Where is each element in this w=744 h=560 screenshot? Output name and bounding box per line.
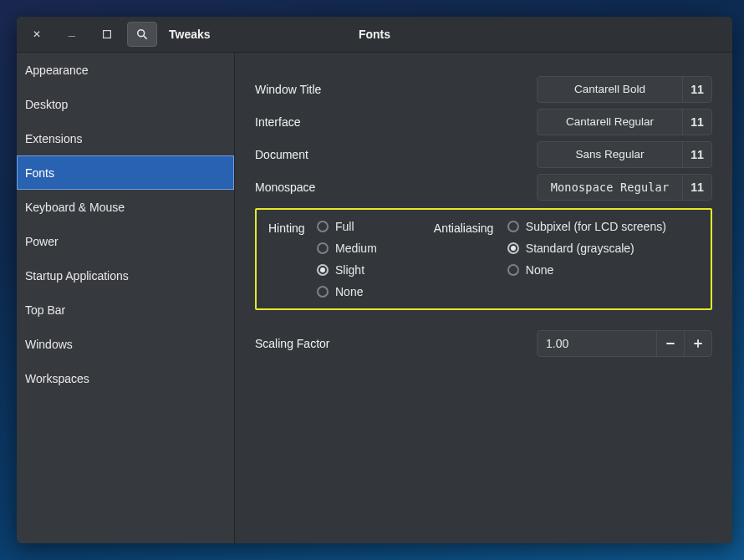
svg-line-2: [144, 36, 146, 38]
content-panel: Window TitleCantarell Bold11InterfaceCan…: [235, 53, 732, 543]
radio-icon: [507, 264, 519, 276]
radio-icon: [317, 264, 329, 276]
app-title: Tweaks: [169, 28, 211, 41]
font-row: MonospaceMonospace Regular11: [255, 171, 712, 203]
radio-icon: [317, 221, 329, 232]
scaling-factor-spinner[interactable]: 1.00: [537, 330, 712, 357]
radio-label: Slight: [335, 263, 364, 277]
scaling-factor-label: Scaling Factor: [255, 337, 537, 350]
font-chooser-button[interactable]: Cantarell Regular11: [537, 109, 712, 135]
antialiasing-radio-none[interactable]: None: [507, 263, 666, 277]
font-row: DocumentSans Regular11: [255, 138, 712, 171]
sidebar-item-power[interactable]: Power: [17, 224, 234, 258]
radio-label: Subpixel (for LCD screens): [526, 220, 666, 233]
sidebar-item-label: Startup Applications: [25, 269, 129, 283]
close-icon: ✕: [33, 28, 41, 40]
radio-icon: [507, 221, 519, 232]
sidebar-item-label: Keyboard & Mouse: [25, 201, 125, 214]
font-row-label: Document: [255, 148, 537, 161]
radio-label: None: [526, 263, 553, 277]
window-maximize-button[interactable]: [92, 22, 122, 47]
sidebar-item-label: Top Bar: [25, 303, 65, 317]
antialiasing-label: Antialiasing: [434, 220, 507, 298]
sidebar-item-extensions[interactable]: Extensions: [17, 121, 234, 155]
font-row-label: Window Title: [255, 83, 537, 96]
font-row: Window TitleCantarell Bold11: [255, 73, 712, 105]
font-chooser-button[interactable]: Sans Regular11: [537, 141, 712, 168]
sidebar-item-top-bar[interactable]: Top Bar: [17, 293, 234, 327]
sidebar-item-workspaces[interactable]: Workspaces: [17, 361, 234, 395]
scaling-decrement-button[interactable]: [656, 331, 684, 356]
hinting-radio-full[interactable]: Full: [317, 220, 377, 233]
font-name: Cantarell Regular: [538, 115, 682, 128]
font-row-label: Monospace: [255, 181, 537, 194]
font-name: Sans Regular: [538, 148, 682, 160]
antialiasing-radio-standard-grayscale[interactable]: Standard (grayscale): [507, 242, 666, 255]
sidebar-item-label: Appearance: [25, 64, 89, 77]
sidebar-item-label: Fonts: [25, 166, 54, 180]
minimize-icon: _: [69, 24, 75, 38]
sidebar-item-label: Desktop: [25, 98, 68, 111]
font-size: 11: [682, 109, 711, 135]
titlebar: ✕ _ Tweaks Fonts: [17, 17, 732, 53]
sidebar-item-label: Extensions: [25, 132, 82, 145]
font-chooser-button[interactable]: Cantarell Bold11: [537, 76, 712, 103]
minus-icon: [666, 339, 675, 348]
sidebar-item-appearance[interactable]: Appearance: [17, 53, 234, 87]
svg-rect-0: [104, 31, 111, 38]
plus-icon: [694, 339, 702, 348]
sidebar: AppearanceDesktopExtensionsFontsKeyboard…: [17, 53, 235, 543]
radio-icon: [317, 242, 329, 254]
window-close-button[interactable]: ✕: [22, 22, 52, 47]
sidebar-item-label: Workspaces: [25, 372, 89, 385]
font-size: 11: [682, 77, 711, 102]
font-chooser-button[interactable]: Monospace Regular11: [537, 174, 712, 201]
radio-icon: [507, 242, 519, 254]
radio-label: Full: [335, 220, 354, 233]
hinting-options: FullMediumSlightNone: [317, 220, 377, 298]
hinting-radio-medium[interactable]: Medium: [317, 242, 377, 255]
search-button[interactable]: [127, 22, 157, 47]
maximize-icon: [103, 30, 111, 38]
antialiasing-options: Subpixel (for LCD screens)Standard (gray…: [507, 220, 666, 298]
radio-label: Medium: [335, 242, 377, 255]
font-size: 11: [682, 175, 711, 200]
font-size: 11: [682, 142, 711, 167]
window-minimize-button[interactable]: _: [57, 22, 87, 47]
font-name: Cantarell Bold: [538, 83, 682, 95]
hinting-radio-slight[interactable]: Slight: [317, 263, 377, 277]
sidebar-item-desktop[interactable]: Desktop: [17, 87, 234, 121]
sidebar-item-startup-applications[interactable]: Startup Applications: [17, 258, 234, 293]
scaling-factor-value: 1.00: [538, 331, 656, 356]
radio-icon: [317, 286, 329, 298]
hinting-label: Hinting: [268, 220, 317, 298]
radio-label: None: [335, 285, 363, 298]
sidebar-item-label: Power: [25, 235, 59, 248]
rendering-highlight-box: Hinting FullMediumSlightNone Antialiasin…: [255, 208, 712, 310]
search-icon: [136, 28, 148, 40]
font-row: InterfaceCantarell Regular11: [255, 105, 712, 138]
radio-label: Standard (grayscale): [526, 242, 634, 255]
font-row-label: Interface: [255, 115, 537, 129]
tweaks-window: ✕ _ Tweaks Fonts AppearanceDesktopExtens…: [17, 17, 732, 543]
sidebar-item-windows[interactable]: Windows: [17, 327, 234, 361]
scaling-increment-button[interactable]: [684, 331, 711, 356]
font-name: Monospace Regular: [538, 181, 682, 194]
sidebar-item-keyboard-mouse[interactable]: Keyboard & Mouse: [17, 190, 234, 224]
sidebar-item-label: Windows: [25, 338, 73, 351]
antialiasing-radio-subpixel-for-lcd-screens[interactable]: Subpixel (for LCD screens): [507, 220, 666, 233]
sidebar-item-fonts[interactable]: Fonts: [17, 155, 234, 190]
hinting-radio-none[interactable]: None: [317, 285, 377, 298]
